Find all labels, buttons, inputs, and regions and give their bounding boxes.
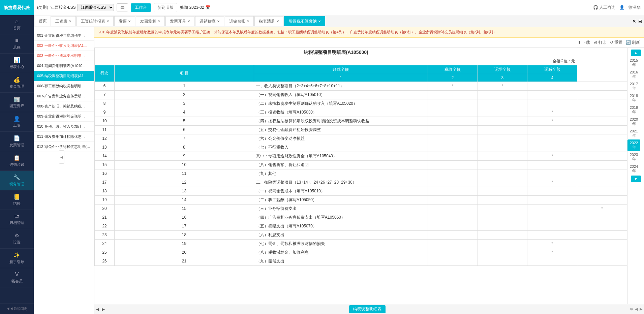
- cell-col3[interactable]: [527, 169, 577, 178]
- bottom-scroll-right[interactable]: ▶: [640, 307, 642, 311]
- tab-close-payroll[interactable]: ✕: [69, 20, 71, 23]
- cell-col1[interactable]: [428, 257, 478, 265]
- table-row[interactable]: 14 9 其中：专项用途财政性资金（填写A105040） *: [95, 152, 627, 160]
- sidebar-item-finance[interactable]: 💰 资金管理: [0, 73, 34, 93]
- cell-col2[interactable]: [478, 178, 527, 187]
- refresh-btn[interactable]: 🔄 刷新: [626, 40, 640, 45]
- workspace-btn[interactable]: 工作台: [131, 3, 151, 12]
- cell-col4[interactable]: *: [577, 204, 627, 213]
- sidebar-item-home[interactable]: ⌂ 首页: [0, 15, 34, 34]
- reset-btn[interactable]: ↺ 重置: [610, 40, 622, 45]
- sidebar-item-tax[interactable]: 🔧 税务管理: [0, 171, 34, 190]
- cell-col4[interactable]: [577, 143, 627, 152]
- cell-col3[interactable]: [527, 99, 577, 108]
- left-panel-item-009[interactable]: 009-企业所得税附补充说明...: [34, 112, 94, 122]
- cell-col2[interactable]: [478, 230, 527, 239]
- cell-col2[interactable]: [478, 90, 527, 99]
- year-nav-down[interactable]: ▼: [631, 176, 641, 182]
- table-row[interactable]: 19 14 （二）职工薪酬（填写A105050）: [95, 195, 627, 204]
- cell-col4[interactable]: [577, 257, 627, 265]
- left-panel-item-003[interactable]: 003-一般企业成本支出明细...: [34, 51, 94, 61]
- cell-col3[interactable]: *: [527, 117, 577, 125]
- support-btn[interactable]: 🎧 人工咨询: [593, 5, 615, 10]
- panel-collapse-btn[interactable]: ◀: [59, 150, 64, 164]
- cell-col1[interactable]: [428, 117, 478, 125]
- table-row[interactable]: 6 1 一、收入类调整项目（2+3+4+5+6+7+8+10+11） * *: [95, 82, 627, 90]
- cell-col4[interactable]: [577, 230, 627, 239]
- calendar-icon[interactable]: 📅: [206, 5, 211, 10]
- download-btn[interactable]: ⬇ 下载: [578, 40, 590, 45]
- sidebar-item-purchase-sales[interactable]: 📋 进销台账: [0, 151, 34, 171]
- cell-col4[interactable]: [577, 117, 627, 125]
- left-panel-item-005[interactable]: 005-纳税调整项目明细表(A1...: [34, 71, 94, 81]
- cell-col2[interactable]: [478, 134, 527, 143]
- tab-close-payroll-stats[interactable]: ✕: [106, 20, 109, 23]
- table-row[interactable]: 9 4 （三）投资收益（填写A105030） *: [95, 108, 627, 117]
- table-row[interactable]: 13 8 （七）不征税收入: [95, 143, 627, 152]
- tab-invoice-calc[interactable]: 发票测算 ✕: [136, 16, 165, 26]
- table-row[interactable]: 26 21 （九）赔偿支出: [95, 257, 627, 265]
- company-dropdown[interactable]: 江西股金-LSS: [77, 4, 114, 11]
- cell-col3[interactable]: *: [527, 152, 577, 160]
- cell-col3[interactable]: [527, 230, 577, 239]
- sidebar-item-archive[interactable]: 🗂 归档管理: [0, 210, 34, 229]
- tab-purchase-check[interactable]: 进销稽查 ✕: [195, 16, 224, 26]
- left-panel-item-002[interactable]: 002-一般企业收入明细表(A1...: [34, 41, 94, 51]
- cell-col3[interactable]: *: [527, 239, 577, 248]
- scroll-left-btn[interactable]: ◀: [96, 307, 99, 312]
- cell-col4[interactable]: [577, 90, 627, 99]
- year-btn[interactable]: 2024年: [627, 163, 640, 175]
- cell-col1[interactable]: [428, 222, 478, 230]
- cell-col4[interactable]: [577, 239, 627, 248]
- tab-menu-btn[interactable]: ⊟: [638, 19, 642, 24]
- cell-col4[interactable]: [577, 195, 627, 204]
- cell-col3[interactable]: [527, 222, 577, 230]
- left-panel-item-007[interactable]: 007-广告费和业务宣传费明...: [34, 91, 94, 101]
- cell-col1[interactable]: [428, 108, 478, 117]
- tab-close-invoice[interactable]: ✕: [128, 20, 131, 23]
- cell-col4[interactable]: [577, 108, 627, 117]
- cell-col4[interactable]: [577, 82, 627, 90]
- cell-col2[interactable]: [478, 257, 527, 265]
- cell-col4[interactable]: [577, 99, 627, 108]
- cell-col3[interactable]: [527, 90, 577, 99]
- copy-btn[interactable]: 🗃: [117, 3, 128, 11]
- cell-col3[interactable]: [527, 143, 577, 152]
- cell-col2[interactable]: [478, 160, 527, 169]
- cell-col1[interactable]: [428, 160, 478, 169]
- tab-purchase-ledger[interactable]: 进销台账 ✕: [225, 16, 254, 26]
- tab-close-income-tax[interactable]: ✕: [318, 20, 321, 23]
- cell-col4[interactable]: [577, 222, 627, 230]
- tab-close-purchase-check[interactable]: ✕: [217, 20, 220, 23]
- cell-col4[interactable]: [577, 169, 627, 178]
- table-row[interactable]: 18 13 （一）视同销售成本（填写A105010）: [95, 187, 627, 195]
- table-row[interactable]: 20 15 （三）业务招待费支出 *: [95, 204, 627, 213]
- year-btn[interactable]: 2022年: [627, 139, 640, 151]
- cell-col3[interactable]: [527, 204, 577, 213]
- cell-col3[interactable]: [527, 125, 577, 134]
- bottom-tab[interactable]: 纳税调整明细表: [349, 305, 386, 313]
- tab-invoice[interactable]: 发票 ✕: [114, 16, 135, 26]
- sidebar-unpin-btn[interactable]: ◀◀ 取消固定: [0, 304, 34, 314]
- cell-col1[interactable]: [428, 143, 478, 152]
- table-row[interactable]: 8 3 （二）未按权责发生制原则确认的收入（填写A105020）: [95, 99, 627, 108]
- sidebar-item-settings[interactable]: ⚙ 设置: [0, 229, 34, 249]
- left-panel-item-001[interactable]: 001-企业所得税年度纳税申...: [34, 31, 94, 41]
- sidebar-item-ledger[interactable]: ≡ 总账: [0, 34, 34, 54]
- tab-home[interactable]: 首页: [35, 16, 50, 26]
- year-btn[interactable]: 2019年: [627, 104, 640, 116]
- cell-col1[interactable]: [428, 248, 478, 257]
- cell-col1[interactable]: [428, 239, 478, 248]
- left-panel-item-011[interactable]: 011-研发费用加计扣除优惠...: [34, 132, 94, 142]
- cell-col2[interactable]: [478, 125, 527, 134]
- cell-col3[interactable]: [527, 213, 577, 222]
- table-row[interactable]: 25 20 （八）税收滞纳金、加收利息 *: [95, 248, 627, 257]
- sidebar-item-reports[interactable]: 📊 报表中心: [0, 54, 34, 73]
- table-row[interactable]: 7 2 （一）视同销售收入（填写A105010）: [95, 90, 627, 99]
- year-btn[interactable]: 2016年: [627, 69, 640, 81]
- tab-close-purchase-ledger[interactable]: ✕: [247, 20, 249, 23]
- cell-col1[interactable]: [428, 178, 478, 187]
- sidebar-item-guide[interactable]: ✨ 新手引导: [0, 249, 34, 268]
- left-panel-item-010[interactable]: 010-免税、减计收入及加计...: [34, 122, 94, 132]
- cell-col2[interactable]: [478, 99, 527, 108]
